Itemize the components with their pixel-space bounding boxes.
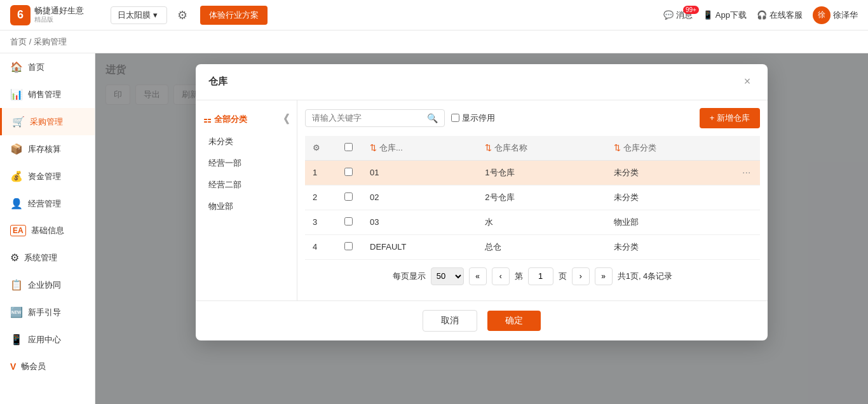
row-check-3[interactable] bbox=[337, 210, 362, 234]
breadcrumb: 首页 / 采购管理 bbox=[10, 36, 67, 48]
confirm-button[interactable]: 确定 bbox=[487, 311, 541, 331]
sort-cat-icon: ⇅ bbox=[614, 143, 621, 152]
guide-icon: 🆕 bbox=[10, 306, 23, 318]
sidebar-item-purchase[interactable]: 🛒 采购管理 bbox=[0, 108, 95, 135]
row-ellipsis-1[interactable]: ··· bbox=[742, 167, 750, 178]
settings-col-icon: ⚙ bbox=[313, 143, 320, 152]
dialog-overlay: 仓库 × ⚏ 全部分类 《 bbox=[95, 53, 868, 404]
sort-name-icon: ⇅ bbox=[485, 143, 492, 152]
header-right: 💬 消息 99+ 📱 App下载 🎧 在线客服 徐 徐泽华 bbox=[663, 6, 858, 24]
row-check-1[interactable] bbox=[337, 160, 362, 185]
breadcrumb-home[interactable]: 首页 bbox=[10, 37, 27, 46]
collapse-btn[interactable]: 《 bbox=[278, 112, 289, 127]
row-action-3 bbox=[735, 210, 760, 234]
notifications-btn[interactable]: 💬 消息 99+ bbox=[663, 10, 693, 21]
add-warehouse-btn[interactable]: + 新增仓库 bbox=[700, 108, 760, 128]
sidebar-item-basic-info[interactable]: EA 基础信息 bbox=[0, 217, 95, 244]
sidebar-item-guide[interactable]: 🆕 新手引导 bbox=[0, 299, 95, 326]
prev-page-btn[interactable]: ‹ bbox=[492, 267, 510, 285]
show-disabled-checkbox[interactable]: 显示停用 bbox=[451, 112, 495, 124]
category-header[interactable]: ⚏ 全部分类 《 bbox=[196, 108, 297, 131]
sidebar-item-sales[interactable]: 📊 销售管理 bbox=[0, 81, 95, 108]
main-layout: 🏠 首页 📊 销售管理 🛒 采购管理 📦 库存核算 💰 资金管理 👤 经营管理 … bbox=[0, 53, 868, 404]
cancel-button[interactable]: 取消 bbox=[423, 310, 477, 332]
th-settings: ⚙ bbox=[305, 136, 337, 161]
table-head: ⚙ ⇅ bbox=[305, 136, 760, 161]
user-btn[interactable]: 徐 徐泽华 bbox=[813, 6, 858, 24]
sort-code-icon: ⇅ bbox=[370, 143, 377, 152]
sidebar-item-home[interactable]: 🏠 首页 bbox=[0, 53, 95, 81]
table-row[interactable]: 4 DEFAULT 总仓 未分类 bbox=[305, 234, 760, 259]
row-check-2[interactable] bbox=[337, 185, 362, 210]
sidebar-item-finance[interactable]: 💰 资金管理 bbox=[0, 163, 95, 190]
th-action bbox=[735, 136, 760, 161]
row-action-2 bbox=[735, 185, 760, 210]
trial-btn[interactable]: 体验行业方案 bbox=[200, 6, 268, 25]
page-label: 第 bbox=[515, 271, 523, 282]
sidebar-item-system[interactable]: ⚙ 系统管理 bbox=[0, 244, 95, 271]
row-name-3: 水 bbox=[477, 210, 606, 234]
page-number-input[interactable]: 1 bbox=[528, 267, 553, 285]
row-cat-1: 未分类 bbox=[606, 160, 735, 185]
cat-item-dept2[interactable]: 经营二部 bbox=[196, 174, 297, 196]
home-icon: 🏠 bbox=[10, 61, 23, 73]
sidebar-item-enterprise[interactable]: 📋 企业协同 bbox=[0, 271, 95, 299]
disabled-checkbox[interactable] bbox=[451, 114, 459, 122]
company-selector[interactable]: 日太阳膜 ▾ bbox=[111, 6, 167, 24]
gear-icon: ⚙ bbox=[177, 8, 187, 22]
logo-text-line2: 精品版 bbox=[34, 15, 84, 24]
row-action-1: ··· bbox=[735, 160, 760, 185]
phone-icon: 📱 bbox=[703, 10, 713, 20]
sidebar-item-member[interactable]: V 畅会员 bbox=[0, 353, 95, 380]
breadcrumb-sep1: / bbox=[29, 37, 32, 46]
avatar: 徐 bbox=[813, 6, 831, 24]
search-icon[interactable]: 🔍 bbox=[427, 113, 438, 123]
category-sidebar: ⚏ 全部分类 《 未分类 经营一部 经营二部 bbox=[196, 100, 297, 300]
row-cat-3: 物业部 bbox=[606, 210, 735, 234]
table-row[interactable]: 3 03 水 物业部 bbox=[305, 210, 760, 234]
search-input[interactable] bbox=[312, 113, 427, 123]
row-action-4 bbox=[735, 234, 760, 259]
settings-btn[interactable]: ⚙ bbox=[172, 5, 193, 25]
management-icon: 👤 bbox=[10, 198, 23, 210]
th-checkbox bbox=[337, 136, 362, 161]
cat-item-property[interactable]: 物业部 bbox=[196, 196, 297, 217]
row-code-4: DEFAULT bbox=[362, 234, 477, 259]
row-cat-4: 未分类 bbox=[606, 234, 735, 259]
cat-item-dept1[interactable]: 经营一部 bbox=[196, 152, 297, 174]
app-download-btn[interactable]: 📱 App下载 bbox=[703, 10, 747, 21]
enterprise-icon: 📋 bbox=[10, 279, 23, 291]
sidebar-item-app-center[interactable]: 📱 应用中心 bbox=[0, 326, 95, 353]
row-name-4: 总仓 bbox=[477, 234, 606, 259]
close-button[interactable]: × bbox=[740, 74, 755, 90]
page-suffix: 页 bbox=[559, 271, 567, 282]
inventory-icon: 📦 bbox=[10, 143, 23, 155]
next-page-btn[interactable]: › bbox=[572, 267, 590, 285]
table-header-row: ⚙ ⇅ bbox=[305, 136, 760, 161]
app-center-icon: 📱 bbox=[10, 333, 23, 346]
sidebar-item-inventory[interactable]: 📦 库存核算 bbox=[0, 135, 95, 163]
last-page-btn[interactable]: » bbox=[595, 267, 613, 285]
finance-icon: 💰 bbox=[10, 170, 23, 182]
pagination: 每页显示 50 20 100 « ‹ 第 1 页 › bbox=[305, 260, 760, 293]
sidebar-item-management[interactable]: 👤 经营管理 bbox=[0, 190, 95, 217]
basic-info-icon: EA bbox=[10, 225, 26, 236]
row-check-4[interactable] bbox=[337, 234, 362, 259]
sidebar: 🏠 首页 📊 销售管理 🛒 采购管理 📦 库存核算 💰 资金管理 👤 经营管理 … bbox=[0, 53, 95, 404]
th-category: ⇅ 仓库分类 bbox=[606, 136, 735, 161]
grid-icon: ⚏ bbox=[203, 114, 212, 125]
table-row[interactable]: 2 02 2号仓库 未分类 bbox=[305, 185, 760, 210]
cat-item-uncategorized[interactable]: 未分类 bbox=[196, 131, 297, 152]
select-all-checkbox[interactable] bbox=[344, 143, 353, 151]
row-code-1: 01 bbox=[362, 160, 477, 185]
table-row[interactable]: 1 01 1号仓库 未分类 ··· bbox=[305, 160, 760, 185]
service-btn[interactable]: 🎧 在线客服 bbox=[757, 10, 803, 21]
search-box[interactable]: 🔍 bbox=[305, 109, 445, 127]
row-name-1: 1号仓库 bbox=[477, 160, 606, 185]
notification-icon: 💬 bbox=[663, 10, 674, 20]
first-page-btn[interactable]: « bbox=[469, 267, 487, 285]
row-num-1: 1 bbox=[305, 160, 337, 185]
per-page-select[interactable]: 50 20 100 bbox=[431, 267, 464, 285]
row-code-2: 02 bbox=[362, 185, 477, 210]
logo-text-line1: 畅捷通好生意 bbox=[34, 6, 84, 16]
